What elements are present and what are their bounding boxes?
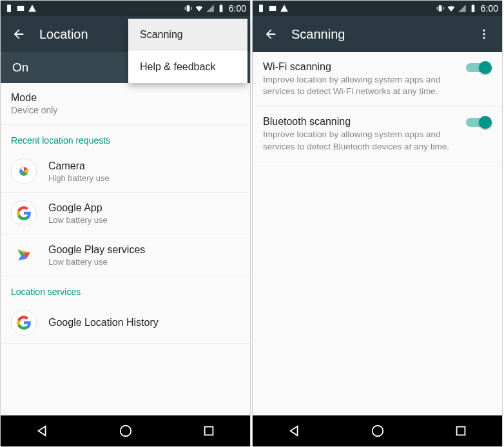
svg-point-19 <box>483 33 485 35</box>
master-switch-label: On <box>12 61 28 75</box>
service-name: Google Location History <box>48 317 240 328</box>
back-button[interactable] <box>258 21 284 47</box>
svg-point-20 <box>483 37 485 39</box>
category-services: Location services <box>1 276 250 302</box>
google-icon <box>11 200 37 226</box>
battery-icon <box>469 4 478 13</box>
svg-point-18 <box>483 30 485 32</box>
svg-point-21 <box>372 426 383 437</box>
svg-rect-22 <box>456 427 465 435</box>
svg-rect-10 <box>204 427 213 435</box>
bt-desc: Improve location by allowing system apps… <box>263 129 458 152</box>
svg-point-9 <box>120 426 131 437</box>
warning-icon <box>280 4 289 13</box>
nav-home-button[interactable] <box>355 424 400 438</box>
nav-bar <box>1 415 250 446</box>
mode-row[interactable]: Mode Device only <box>1 83 250 125</box>
app-row-play-services[interactable]: Google Play services Low battery use <box>1 234 250 276</box>
google-icon <box>11 310 37 336</box>
wifi-toggle[interactable] <box>466 61 492 74</box>
wifi-scanning-row[interactable]: Wi-Fi scanning Improve location by allow… <box>253 52 502 107</box>
content-list: Wi-Fi scanning Improve location by allow… <box>253 52 502 415</box>
back-button[interactable] <box>6 21 32 47</box>
svg-rect-12 <box>269 6 276 11</box>
warning-icon <box>28 4 37 13</box>
status-bar: 6:00 <box>253 1 502 16</box>
sim-icon <box>257 4 266 13</box>
menu-item-help[interactable]: Help & feedback <box>128 51 247 83</box>
svg-rect-11 <box>259 5 263 12</box>
app-bar: Scanning <box>253 16 502 52</box>
image-icon <box>16 4 25 13</box>
app-row-google[interactable]: Google App Low battery use <box>1 193 250 234</box>
page-title: Scanning <box>291 27 471 42</box>
svg-rect-13 <box>438 5 441 11</box>
image-icon <box>268 4 277 13</box>
menu-item-scanning[interactable]: Scanning <box>128 19 247 51</box>
wifi-icon <box>447 4 456 13</box>
svg-rect-6 <box>220 5 222 6</box>
app-name: Google App <box>48 202 240 214</box>
mode-title: Mode <box>11 92 240 104</box>
app-sub: High battery use <box>48 173 240 183</box>
category-recent: Recent location requests <box>1 125 250 151</box>
service-row-location-history[interactable]: Google Location History <box>1 302 250 344</box>
nav-home-button[interactable] <box>103 424 148 438</box>
wifi-title: Wi-Fi scanning <box>263 61 458 73</box>
status-time: 6:00 <box>481 3 498 14</box>
svg-rect-0 <box>7 5 11 12</box>
battery-icon <box>217 4 226 13</box>
svg-rect-16 <box>471 5 474 12</box>
app-name: Camera <box>48 160 240 172</box>
vibrate-icon <box>436 4 445 13</box>
overflow-menu: Scanning Help & feedback <box>128 19 247 83</box>
wifi-icon <box>195 4 204 13</box>
svg-rect-17 <box>472 5 474 6</box>
bt-title: Bluetooth scanning <box>263 116 458 128</box>
nav-back-button[interactable] <box>20 424 65 438</box>
mode-value: Device only <box>11 105 240 115</box>
vibrate-icon <box>184 4 193 13</box>
overflow-button[interactable] <box>471 21 497 47</box>
camera-icon <box>11 158 37 184</box>
play-services-icon <box>11 242 37 268</box>
svg-rect-5 <box>219 5 222 12</box>
svg-rect-1 <box>17 6 24 11</box>
svg-rect-2 <box>186 5 189 11</box>
nav-recents-button[interactable] <box>438 424 483 438</box>
app-name: Google Play services <box>48 244 240 256</box>
nav-bar <box>253 415 502 446</box>
bt-toggle[interactable] <box>466 116 492 129</box>
app-sub: Low battery use <box>48 257 240 267</box>
status-bar: 6:00 <box>1 1 250 16</box>
app-sub: Low battery use <box>48 215 240 225</box>
nav-recents-button[interactable] <box>186 424 231 438</box>
content-list: Mode Device only Recent location request… <box>1 83 250 415</box>
sim-icon <box>5 4 14 13</box>
app-row-camera[interactable]: Camera High battery use <box>1 151 250 193</box>
nav-back-button[interactable] <box>272 424 317 438</box>
wifi-desc: Improve location by allowing system apps… <box>263 74 458 97</box>
signal-icon <box>458 4 467 13</box>
bt-scanning-row[interactable]: Bluetooth scanning Improve location by a… <box>253 107 502 162</box>
status-time: 6:00 <box>229 3 246 14</box>
signal-icon <box>206 4 215 13</box>
